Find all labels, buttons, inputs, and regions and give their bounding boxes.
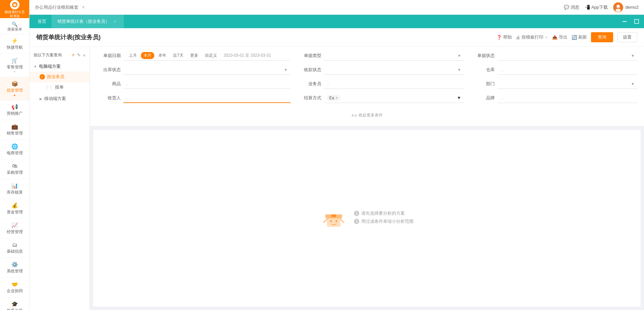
logo-icon: 畅	[10, 0, 19, 9]
payment-tag: Ea ×	[327, 95, 341, 101]
sidebar-item-ecommerce[interactable]: 🌐 电商管理	[0, 140, 29, 160]
type-chevron-icon: ▼	[458, 54, 461, 58]
sidebar-item-system[interactable]: ⚙️ 系统管理	[0, 258, 29, 278]
date-tab-this-year[interactable]: 本年	[156, 52, 169, 59]
tab-bar-actions	[620, 17, 641, 26]
warehouse-dots[interactable]: ...	[500, 67, 504, 72]
message-icon: 💬	[564, 5, 569, 10]
date-range-text: 2023-03-01 至 2023-03-31	[224, 53, 271, 58]
sidebar-search[interactable]: 🔍 搜索菜单	[0, 18, 29, 34]
page-header: 销货单统计表(按业务员) ❓ 帮助 🖨 按模板打印 ▼ 📤 导出 🔄 刷新	[30, 28, 644, 47]
empty-hints: 1 请先选择要分析的方案 2 用过滤条件来缩小分析范围	[354, 210, 414, 226]
scheme-group-mobile-title[interactable]: ▶ 移动端方案	[30, 94, 90, 104]
panel-header: 按以下方案查询 + ✎ «	[30, 50, 90, 60]
sidebar-item-basic[interactable]: 🗂 基础信息	[0, 239, 29, 258]
scheme-edit-button[interactable]: ✎	[77, 52, 81, 58]
warehouse-label: 仓库	[471, 67, 497, 73]
out-status-select[interactable]: ▼	[123, 65, 290, 75]
template-print-button[interactable]: 🖨 按模板打印 ▼	[516, 34, 548, 40]
collapse-filters-button[interactable]: ∧∧ 收起更多条件	[97, 110, 637, 120]
user-menu[interactable]: demo2	[613, 2, 639, 12]
brand-filter-field[interactable]: ...	[497, 93, 637, 103]
query-button[interactable]: 查询	[591, 32, 613, 42]
warehouse-filter-field[interactable]: ...	[497, 65, 637, 75]
help-button[interactable]: ❓ 帮助	[496, 34, 512, 40]
date-tab-7days[interactable]: 近7天	[170, 52, 186, 59]
collect-status-select[interactable]: ▼	[324, 65, 464, 75]
sales-icon: 💼	[1, 123, 28, 130]
retail-arrow: ▼	[1, 70, 28, 73]
svg-point-4	[615, 9, 621, 12]
enterprise-icon: 🤝	[1, 281, 28, 288]
mobile-group-arrow: ▶	[40, 97, 42, 101]
status-filter-select[interactable]: ▼	[497, 51, 637, 61]
refresh-button[interactable]: 🔄 刷新	[572, 34, 587, 40]
system-icon: ⚙️	[1, 261, 28, 268]
consignee-filter-field[interactable]: ...	[123, 93, 290, 103]
user-avatar	[613, 2, 623, 12]
scheme-item-by-staff[interactable]: ✓ 按业务员	[30, 71, 90, 82]
tab-minimize-button[interactable]	[620, 17, 629, 26]
consignee-label: 收货人	[97, 95, 123, 101]
newbie-icon: 🎓	[1, 301, 28, 307]
dept-select[interactable]: ▼	[497, 79, 637, 89]
staff-filter-field[interactable]: ...	[324, 79, 464, 89]
payment-filter-field[interactable]: Ea × ▼	[324, 93, 464, 103]
svg-rect-5	[623, 21, 627, 22]
app-logo[interactable]: 畅 畅捷通好生意标准版	[0, 0, 30, 18]
sidebar-item-inventory[interactable]: 📊 库存核算	[0, 179, 29, 199]
sidebar-item-finance[interactable]: 💰 资金管理	[0, 199, 29, 219]
sidebar-item-purchase[interactable]: 🛍 采购管理	[0, 160, 29, 179]
panel-header-actions: + ✎ «	[72, 52, 86, 58]
page-title: 销货单统计表(按业务员)	[36, 33, 101, 41]
sidebar-item-sales[interactable]: 💼 销售管理	[0, 120, 29, 140]
consignee-dots: ...	[126, 95, 130, 100]
svg-text:畅: 畅	[13, 3, 16, 7]
sidebar-item-quick-nav[interactable]: ⚡ 快捷导航	[0, 34, 29, 54]
sidebar-item-operation[interactable]: 📈 经营管理	[0, 219, 29, 239]
empty-state-icon	[320, 205, 347, 232]
staff-label: 业务员	[297, 81, 324, 87]
marketing-icon: 📢	[1, 104, 28, 110]
main-area: 办公用品行业模拟账套 ▼ 💬 消息 📲 App下载 demo2 首页	[30, 0, 644, 310]
top-header: 办公用品行业模拟账套 ▼ 💬 消息 📲 App下载 demo2	[30, 0, 644, 15]
app-download-button[interactable]: 📲 App下载	[585, 4, 608, 10]
filter-collapse-row: ∧∧ 收起更多条件	[97, 107, 637, 122]
basic-icon: 🗂	[1, 242, 28, 248]
tab-home[interactable]: 首页	[32, 15, 52, 28]
svg-point-10	[330, 220, 332, 222]
wholesale-arrow: ▲	[1, 93, 28, 97]
sidebar-item-newbie[interactable]: 🎓 新手引导	[0, 298, 29, 310]
export-icon: 📤	[552, 35, 557, 40]
hint-number-2: 2	[354, 219, 359, 224]
staff-dots: ...	[327, 81, 330, 86]
date-tab-last-month[interactable]: 上月	[126, 52, 140, 59]
active-scheme-dot: ✓	[40, 74, 45, 80]
scheme-panel: 按以下方案查询 + ✎ « ▼ 电脑端方案 ✓ 按业务员	[30, 47, 90, 310]
date-tab-this-month[interactable]: 本月	[141, 52, 154, 59]
message-button[interactable]: 💬 消息	[564, 4, 579, 10]
settings-button[interactable]: 设置	[617, 32, 637, 42]
tab-maximize-button[interactable]	[632, 17, 641, 26]
sidebar-item-retail[interactable]: 🛒 零售管理 ▼	[0, 54, 29, 77]
sidebar-item-marketing[interactable]: 📢 营销推广	[0, 100, 29, 120]
breadcrumb: 办公用品行业模拟账套 ▼	[35, 4, 86, 10]
sidebar-item-wholesale[interactable]: 📦 批发管理 ▲	[0, 77, 29, 100]
scheme-group-pc-title[interactable]: ▼ 电脑端方案	[30, 61, 90, 71]
scheme-add-button[interactable]: +	[72, 52, 75, 58]
goods-filter-field[interactable]: ...	[123, 79, 290, 89]
type-filter-select[interactable]: ▼	[324, 51, 464, 61]
goods-label: 商品	[97, 81, 123, 87]
export-button[interactable]: 📤 导出	[552, 34, 568, 40]
status-chevron-icon: ▼	[631, 54, 635, 58]
date-tab-more[interactable]: 更多	[187, 52, 201, 59]
tab-close-button[interactable]: ×	[112, 19, 118, 24]
tab-sales-report[interactable]: 销货单统计表（按业务员） ×	[52, 15, 123, 28]
sidebar-item-enterprise[interactable]: 🤝 企业协同	[0, 278, 29, 298]
scheme-item-by-order[interactable]: ⋮⋮ 按单	[30, 82, 90, 92]
payment-tag-remove[interactable]: ×	[335, 96, 338, 100]
scheme-collapse-button[interactable]: «	[83, 52, 86, 58]
date-tab-custom[interactable]: 自定义	[202, 52, 220, 59]
finance-icon: 💰	[1, 202, 28, 209]
svg-line-13	[340, 219, 344, 222]
